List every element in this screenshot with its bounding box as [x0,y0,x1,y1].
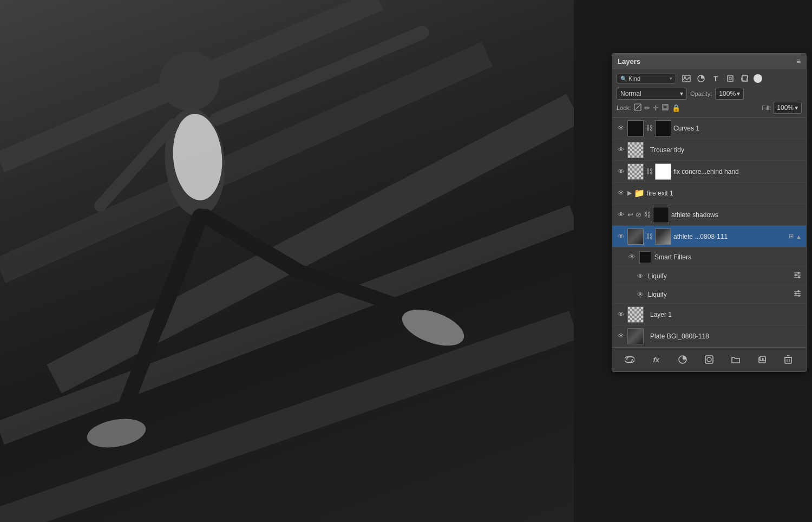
group-arrow-fireexit[interactable]: ▶ [627,190,632,197]
fx-button[interactable]: fx [649,352,664,367]
svg-rect-19 [728,76,733,81]
layer-row-liquify2[interactable]: 👁 Liquify [612,285,806,304]
lock-icons: ✏ ✛ 🔒 [634,103,680,113]
link-icon [625,356,634,363]
mask-button[interactable] [702,352,717,367]
layer-row-curves1[interactable]: 👁 ⛓ Curves 1 [612,118,806,139]
layer-row-athlete[interactable]: 👁 ⛓ athlete ...0808-111 ⊞ ▲ [612,226,806,247]
layer-row-shadows[interactable]: 👁 ↩ ⊘ ⛓ athlete shadows [612,204,806,226]
fill-arrow: ▾ [795,104,798,112]
filter-icons: T [680,73,762,84]
layer-eye-smartfilters[interactable]: 👁 [627,253,636,261]
fill-value-text: 100% [777,104,794,112]
layer-thumb-athlete [627,229,644,245]
lock-row: Lock: ✏ ✛ 🔒 Fi [617,102,802,114]
fill-label: Fill: [762,105,771,111]
layer-thumb-layer1 [627,306,644,323]
layer-settings-liquify2[interactable] [793,290,802,299]
svg-point-30 [795,274,797,276]
fill-input[interactable]: 100% ▾ [773,102,802,114]
filter-shape-btn[interactable] [724,73,736,84]
blend-mode-arrow: ▾ [680,90,683,97]
filter-smart-btn[interactable] [739,73,751,84]
new-fill-button[interactable] [675,352,690,367]
layer-eye-liquify1[interactable]: 👁 [636,272,645,280]
layer-name-athlete: athlete ...0808-111 [673,233,787,240]
layer-thumb-curves1 [627,120,644,136]
layer-row-layer1[interactable]: 👁 Layer 1 [612,304,806,325]
lock-position-btn[interactable]: ✛ [653,104,659,112]
filter-row: 🔍 Kind ▾ [617,73,802,84]
filter-active-dot[interactable] [754,74,762,83]
svg-point-32 [798,276,800,278]
svg-point-34 [797,290,800,292]
layer-chain-curves1: ⛓ [646,124,653,132]
layer-eye-fixconcrete[interactable]: 👁 [617,167,625,175]
kind-arrow: ▾ [670,76,672,81]
lock-artboard-btn[interactable] [662,103,669,113]
lock-pixels-btn[interactable] [634,103,641,113]
layer-eye-curves1[interactable]: 👁 [617,124,625,132]
layer-row-smartfilters[interactable]: 👁 Smart Filters [612,247,806,267]
search-icon: 🔍 [620,76,627,82]
canvas-area [0,0,574,522]
filter-text-btn[interactable]: T [710,73,722,84]
layer-eye-fireexit[interactable]: 👁 [617,189,625,197]
svg-rect-20 [729,77,731,80]
layer-eye-trouser[interactable]: 👁 [617,146,625,154]
layer-eye-plate[interactable]: 👁 [617,332,625,340]
blend-mode-dropdown[interactable]: Normal ▾ [617,88,687,100]
adjustment-icon [678,355,687,364]
svg-rect-26 [664,106,667,109]
smart-filter-icon [741,75,749,82]
lock-all-btn[interactable]: 🔒 [672,104,680,112]
new-group-button[interactable] [728,352,743,367]
layer-expand-arrow[interactable]: ▲ [796,233,802,240]
layer-row-fireexit[interactable]: 👁 ▶ 📁 fire exit 1 [612,182,806,204]
panel-titlebar: Layers ≡ [612,54,806,69]
lock-artboard-icon [662,103,669,111]
link-layers-button[interactable] [622,352,637,367]
athlete-svg [0,0,574,522]
svg-point-28 [797,272,800,274]
svg-point-36 [795,292,797,295]
layer-adjustment-icon: ⊘ [636,211,641,219]
filter-image-btn[interactable] [680,73,692,84]
kind-dropdown[interactable]: 🔍 Kind ▾ [617,74,676,83]
panel-title-actions: ≡ [796,57,801,66]
opacity-input[interactable]: 100% ▾ [715,88,744,100]
layer-eye-athlete[interactable]: 👁 [617,232,625,240]
layer-eye-shadows[interactable]: 👁 [617,211,625,219]
filter-adjustment-btn[interactable] [695,73,707,84]
fill-section: Fill: 100% ▾ [762,102,802,114]
image-filter-icon [682,75,691,82]
layer-name-curves1: Curves 1 [673,125,802,132]
layer-row-trouser[interactable]: 👁 Trouser tidy [612,139,806,161]
panel-menu-icon[interactable]: ≡ [796,57,801,66]
layer-chain-fixconcrete: ⛓ [646,167,653,175]
layer-chain-shadows: ⛓ [644,211,651,219]
layer-row-liquify1[interactable]: 👁 Liquify [612,267,806,285]
layer-eye-layer1[interactable]: 👁 [617,310,625,318]
svg-rect-25 [663,105,668,110]
trash-icon [784,355,792,364]
layer-mask-shadows [653,207,669,223]
group-folder-icon [731,355,740,364]
layer-smart-icon: ⊞ [789,233,794,240]
svg-rect-46 [785,357,791,363]
layer-settings-liquify1[interactable] [793,271,802,280]
layer-eye-liquify2[interactable]: 👁 [636,291,645,298]
layer-row-plate[interactable]: 👁 Plate BGI_0808-118 [612,325,806,347]
lock-image-btn[interactable]: ✏ [644,104,650,112]
delete-layer-button[interactable] [781,352,796,367]
layer-name-fixconcrete: fix concre...ehind hand [673,168,802,175]
layer-chain-athlete: ⛓ [646,232,653,240]
lock-label: Lock: [617,105,631,111]
layer-row-fixconcrete[interactable]: 👁 ⛓ fix concre...ehind hand [612,161,806,182]
layer-thumb-smartfilters [639,251,651,263]
svg-point-41 [707,357,711,362]
svg-rect-40 [705,356,713,363]
new-layer-button[interactable] [755,352,770,367]
canvas-image [0,0,574,522]
layer-mask-fixconcrete [655,164,671,180]
